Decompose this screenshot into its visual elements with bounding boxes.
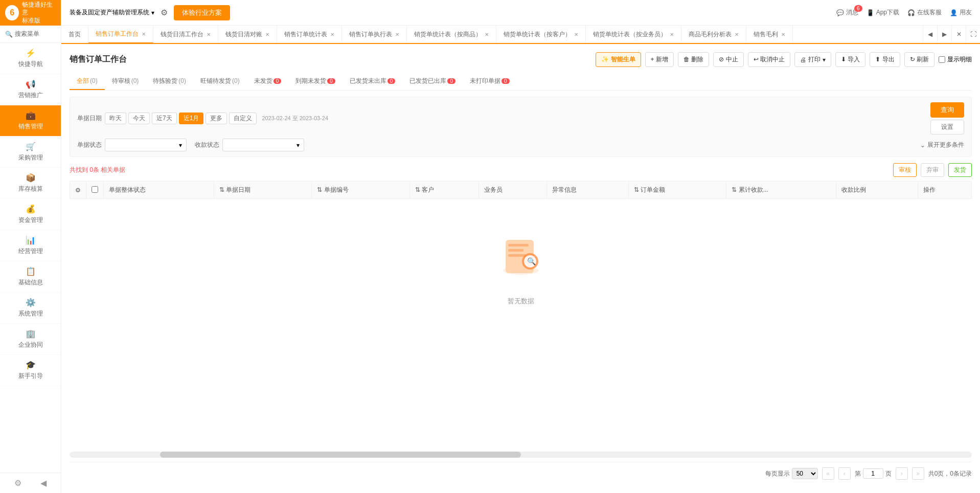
- col-number[interactable]: ⇅ 单据编号: [312, 182, 409, 199]
- tab-cash-reconcile[interactable]: 钱货日清对账✕: [218, 26, 277, 43]
- subtab-expired-not-shipped[interactable]: 到期未发货0: [288, 73, 343, 90]
- date-btn-last7[interactable]: 近7天: [152, 113, 177, 124]
- status-select[interactable]: ▾: [105, 139, 187, 151]
- cancel-review-btn[interactable]: 弃审: [921, 163, 944, 177]
- smart-create-btn[interactable]: ✨ 智能生单: [596, 52, 641, 67]
- sidebar-search[interactable]: 🔍 搜索菜单: [0, 26, 61, 43]
- print-btn[interactable]: 🖨 🖨 打印 打印 ▾: [794, 52, 831, 67]
- export-btn[interactable]: ⬆ 导出: [870, 52, 900, 67]
- query-btn[interactable]: 查询: [930, 102, 964, 118]
- sidebar-item-quick-nav[interactable]: ⚡快捷导航: [0, 43, 61, 74]
- sidebar-item-enterprise[interactable]: 🏢企业协同: [0, 324, 61, 355]
- date-btn-more[interactable]: 更多: [206, 113, 227, 124]
- tab-sales-exec[interactable]: 销售订单执行表✕: [342, 26, 407, 43]
- date-btn-yesterday[interactable]: 昨天: [105, 113, 126, 124]
- tab-cash-daily[interactable]: 钱货日清工作台✕: [153, 26, 218, 43]
- show-detail-label[interactable]: 显示明细: [939, 55, 972, 64]
- sidebar-item-basic[interactable]: 📋基础信息: [0, 261, 61, 293]
- sidebar-item-sales[interactable]: 💼销售管理: [0, 105, 61, 137]
- sidebar-item-purchase[interactable]: 🛒采购管理: [0, 137, 61, 168]
- payment-select[interactable]: ▾: [222, 139, 304, 151]
- show-detail-checkbox[interactable]: [939, 56, 945, 63]
- tab-home[interactable]: 首页: [61, 26, 88, 43]
- subtab-not-shipped[interactable]: 未发货0: [247, 73, 289, 90]
- online-service-btn[interactable]: 🎧 在线客服: [907, 8, 942, 17]
- tab-fullscreen-btn[interactable]: ⛶: [966, 26, 980, 43]
- tab-close-sales-summary-staff[interactable]: ✕: [670, 32, 674, 37]
- sidebar-item-marketing[interactable]: 📢营销推广: [0, 74, 61, 105]
- prev-page-btn[interactable]: ‹: [838, 467, 851, 480]
- date-btn-last1month[interactable]: 近1月: [179, 113, 204, 124]
- col-amount[interactable]: ⇅ 订单金额: [629, 182, 726, 199]
- tab-prev-btn[interactable]: ◀: [923, 26, 937, 43]
- tab-sales-summary-product[interactable]: 销货单统计表（按商品）✕: [407, 26, 496, 43]
- date-btn-custom[interactable]: 自定义: [229, 113, 257, 124]
- ship-btn[interactable]: 发货: [948, 163, 972, 177]
- sidebar-item-operations[interactable]: 📊经营管理: [0, 230, 61, 261]
- col-staff[interactable]: 业务员: [479, 182, 546, 199]
- message-btn[interactable]: 💬 消息 6: [836, 8, 858, 17]
- industry-solution-btn[interactable]: 体验行业方案: [174, 5, 230, 20]
- subtab-not-printed[interactable]: 未打印单据0: [463, 73, 517, 90]
- tab-close-sales-exec[interactable]: ✕: [395, 32, 399, 37]
- tab-sales-stats[interactable]: 销售订单统计表✕: [277, 26, 342, 43]
- subtab-all[interactable]: 全部(0): [70, 73, 105, 90]
- tab-close-cash-daily[interactable]: ✕: [207, 32, 211, 37]
- tab-close-all-btn[interactable]: ✕: [951, 26, 966, 43]
- col-customer[interactable]: ⇅ 客户: [409, 182, 479, 199]
- last-page-btn[interactable]: »: [912, 467, 924, 480]
- sidebar-item-system[interactable]: ⚙️系统管理: [0, 293, 61, 324]
- user-btn[interactable]: 👤 用友: [950, 8, 972, 17]
- tab-close-sales-order[interactable]: ✕: [142, 31, 146, 37]
- import-btn[interactable]: ⬇ 导入: [835, 52, 865, 67]
- tab-sales-profit[interactable]: 销售毛利✕: [746, 26, 793, 43]
- sidebar-item-inventory[interactable]: 📦库存核算: [0, 168, 61, 199]
- system-title-dropdown[interactable]: 装备及固定资产辅助管理系统 ▾: [70, 8, 154, 17]
- tab-close-sales-stats[interactable]: ✕: [330, 32, 334, 37]
- table-header: 共找到 0条 相关单据 审核 弃审 发货: [70, 163, 972, 177]
- subtab-shipped-not-warehoused[interactable]: 已发货未出库0: [343, 73, 403, 90]
- col-checkbox[interactable]: [86, 182, 104, 199]
- date-btn-today[interactable]: 今天: [128, 113, 150, 124]
- tab-sales-order[interactable]: 销售订单工作台✕: [88, 26, 153, 43]
- review-btn[interactable]: 审核: [893, 163, 917, 177]
- next-page-btn[interactable]: ›: [896, 467, 908, 480]
- subtab-wangpu-pending[interactable]: 旺铺待发货(0): [193, 73, 247, 90]
- tab-sales-summary-staff[interactable]: 销货单统计表（按业务员）✕: [586, 26, 681, 43]
- tab-next-btn[interactable]: ▶: [937, 26, 951, 43]
- settings-bottom-btn[interactable]: ⚙: [14, 478, 21, 488]
- topbar: 装备及固定资产辅助管理系统 ▾ ⚙ 体验行业方案 💬 消息 6 📱 App下载 …: [61, 0, 980, 26]
- sidebar-item-finance[interactable]: 💰资金管理: [0, 199, 61, 230]
- subtab-shipped-warehoused[interactable]: 已发货已出库0: [402, 73, 463, 90]
- tab-close-sales-profit[interactable]: ✕: [781, 32, 785, 37]
- set-btn[interactable]: 设置: [930, 120, 964, 135]
- tab-close-product-margin[interactable]: ✕: [735, 32, 739, 37]
- tab-sales-summary-customer[interactable]: 销货单统计表（按客户）✕: [496, 26, 586, 43]
- delete-btn[interactable]: 🗑 删除: [678, 52, 709, 67]
- subtab-pending-review[interactable]: 待审核(0): [105, 73, 146, 90]
- app-download-btn[interactable]: 📱 App下载: [867, 8, 899, 17]
- add-btn[interactable]: + 新增: [645, 52, 674, 67]
- subtab-pending-inspect[interactable]: 待拣验货(0): [146, 73, 193, 90]
- stop-btn[interactable]: ⊘ 中止: [713, 52, 743, 67]
- scrollbar-thumb[interactable]: [160, 452, 521, 458]
- first-page-btn[interactable]: «: [822, 467, 834, 480]
- expand-filter-btn[interactable]: ⌄ 展开更多条件: [920, 141, 964, 149]
- page-size-dropdown[interactable]: 102050100: [792, 468, 818, 479]
- page-input[interactable]: [863, 468, 883, 479]
- refresh-btn[interactable]: ↻ 刷新: [904, 52, 935, 67]
- tab-close-cash-reconcile[interactable]: ✕: [265, 32, 269, 37]
- sidebar-item-guide[interactable]: 🎓新手引导: [0, 355, 61, 386]
- tab-close-sales-summary-product[interactable]: ✕: [485, 32, 489, 37]
- gear-icon[interactable]: ⚙: [161, 8, 168, 17]
- cancel-stop-btn[interactable]: ↩ 取消中止: [748, 52, 790, 67]
- select-all-checkbox[interactable]: [92, 186, 98, 193]
- h-scrollbar[interactable]: [70, 452, 972, 458]
- col-status[interactable]: 单据整体状态: [104, 182, 214, 199]
- tab-close-sales-summary-customer[interactable]: ✕: [574, 32, 578, 37]
- collapse-btn[interactable]: ◀: [40, 478, 47, 488]
- col-settings[interactable]: ⚙: [70, 182, 86, 199]
- tab-product-margin[interactable]: 商品毛利分析表✕: [681, 26, 746, 43]
- col-date[interactable]: ⇅ 单据日期: [214, 182, 312, 199]
- col-collected[interactable]: ⇅ 累计收款...: [726, 182, 836, 199]
